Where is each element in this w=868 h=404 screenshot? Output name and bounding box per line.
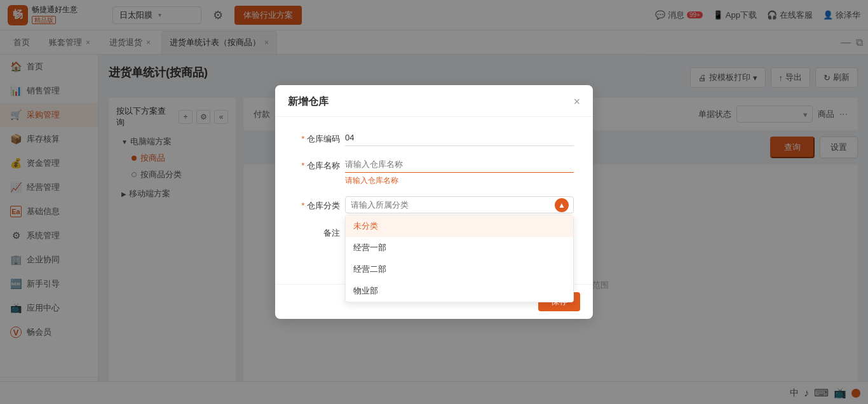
code-control (345, 130, 574, 146)
dropdown-item-dept2[interactable]: 经营二部 (346, 259, 573, 280)
category-dropdown: 未分类 经营一部 经营二部 物业部 (345, 215, 574, 302)
dialog-body: * 仓库编码 * 仓库名称 请输入仓库名称 (275, 117, 593, 284)
new-warehouse-dialog: 新增仓库 × * 仓库编码 * 仓库名称 (275, 85, 593, 319)
code-input[interactable] (345, 130, 574, 146)
name-form-row: * 仓库名称 请输入仓库名称 (294, 156, 574, 186)
name-error-msg: 请输入仓库名称 (345, 175, 574, 186)
category-label: * 仓库分类 (294, 196, 345, 212)
dialog-close-btn[interactable]: × (573, 95, 580, 109)
category-toggle-btn[interactable]: ▲ (555, 198, 569, 212)
name-label: * 仓库名称 (294, 156, 345, 172)
category-input[interactable] (345, 196, 574, 213)
remark-label: 备注 (294, 224, 345, 239)
category-form-row: * 仓库分类 ▲ 未分类 经营一部 经营二部 物业部 (294, 196, 574, 213)
dialog-title: 新增仓库 (288, 95, 329, 109)
dialog-overlay: 新增仓库 × * 仓库编码 * 仓库名称 (0, 0, 868, 404)
code-form-row: * 仓库编码 (294, 130, 574, 146)
name-control: 请输入仓库名称 (345, 156, 574, 186)
dialog-header: 新增仓库 × (275, 85, 593, 117)
dropdown-item-uncategorized[interactable]: 未分类 (346, 215, 573, 237)
dropdown-item-property[interactable]: 物业部 (346, 280, 573, 302)
dropdown-item-dept1[interactable]: 经营一部 (346, 237, 573, 259)
category-control: ▲ 未分类 经营一部 经营二部 物业部 (345, 196, 574, 213)
code-label: * 仓库编码 (294, 130, 345, 145)
name-input[interactable] (345, 156, 574, 173)
